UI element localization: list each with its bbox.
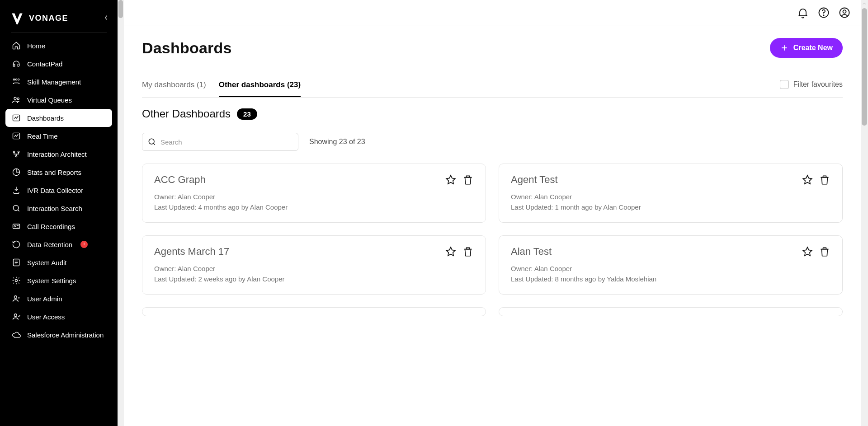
content: Dashboards Create New My dashboards (1) … bbox=[124, 25, 861, 426]
notifications-button[interactable] bbox=[797, 6, 809, 19]
profile-button[interactable] bbox=[838, 6, 851, 19]
dashboard-card[interactable]: Alan Test Owner: Alan Cooper Last Update… bbox=[499, 235, 843, 295]
tab-other-dashboards[interactable]: Other dashboards (23) bbox=[219, 76, 301, 97]
delete-button[interactable] bbox=[462, 174, 474, 186]
section-header: Other Dashboards 23 bbox=[142, 108, 843, 120]
sidebar-item-dashboards[interactable]: Dashboards bbox=[5, 109, 112, 127]
sidebar-item-label: Interaction Architect bbox=[27, 150, 87, 158]
scroll-up-icon[interactable] bbox=[862, 1, 867, 6]
dashboard-card-owner: Owner: Alan Cooper bbox=[511, 192, 830, 202]
dashboard-card[interactable]: ACC Graph Owner: Alan Cooper Last Update… bbox=[142, 164, 486, 223]
content-scrollbar[interactable] bbox=[861, 0, 868, 426]
sidebar-item-data-retention[interactable]: Data Retention ! bbox=[5, 235, 112, 253]
brand-name: VONAGE bbox=[29, 14, 68, 23]
brand-logo-icon bbox=[11, 12, 24, 24]
tab-my-dashboards[interactable]: My dashboards (1) bbox=[142, 76, 206, 97]
brand-row: VONAGE bbox=[5, 8, 112, 33]
star-icon bbox=[802, 246, 813, 257]
dashboard-card-title: Agents March 17 bbox=[154, 246, 229, 257]
star-icon bbox=[445, 174, 457, 186]
favourite-button[interactable] bbox=[802, 246, 813, 257]
dashboard-card-peek[interactable] bbox=[499, 307, 843, 316]
sidebar-item-stats-reports[interactable]: Stats and Reports bbox=[5, 163, 112, 181]
sidebar-item-label: Data Retention bbox=[27, 241, 72, 248]
dashboard-card-owner: Owner: Alan Cooper bbox=[154, 264, 474, 274]
sidebar-item-ivr-data-collector[interactable]: IVR Data Collector bbox=[5, 181, 112, 199]
sidebar-item-user-admin[interactable]: User Admin bbox=[5, 290, 112, 308]
filter-favourites-checkbox[interactable] bbox=[780, 80, 789, 89]
sidebar-item-label: Call Recordings bbox=[27, 223, 75, 230]
trash-icon bbox=[462, 246, 474, 257]
plus-icon bbox=[780, 43, 789, 52]
search-wrap bbox=[142, 133, 298, 151]
dashboard-card[interactable]: Agent Test Owner: Alan Cooper Last Updat… bbox=[499, 164, 843, 223]
collapse-sidebar-icon[interactable] bbox=[102, 14, 110, 22]
download-icon bbox=[12, 186, 21, 195]
dashboard-card-updated: Last Updated: 8 months ago by Yalda Mosl… bbox=[511, 274, 830, 285]
star-icon bbox=[802, 174, 813, 186]
favourite-button[interactable] bbox=[802, 174, 813, 186]
trash-icon bbox=[819, 174, 830, 186]
topbar bbox=[124, 0, 861, 25]
scroll-thumb[interactable] bbox=[862, 8, 867, 126]
cloud-icon bbox=[12, 330, 21, 339]
dashboard-card-title: ACC Graph bbox=[154, 174, 206, 186]
dashboard-card-title: Agent Test bbox=[511, 174, 558, 186]
headset-icon bbox=[12, 59, 21, 68]
sidebar-item-label: Skill Management bbox=[27, 78, 81, 86]
user-add-icon bbox=[12, 294, 21, 303]
sidebar-item-interaction-search[interactable]: Interaction Search bbox=[5, 199, 112, 217]
audit-icon bbox=[12, 258, 21, 267]
skill-icon bbox=[12, 77, 21, 86]
sidebar-item-label: Stats and Reports bbox=[27, 169, 81, 176]
sidebar-scrollbar[interactable] bbox=[118, 0, 124, 426]
sidebar-item-system-audit[interactable]: System Audit bbox=[5, 253, 112, 272]
sidebar-item-call-recordings[interactable]: Call Recordings bbox=[5, 217, 112, 235]
sidebar-divider bbox=[11, 33, 107, 33]
sidebar-item-label: Salesforce Administration bbox=[27, 331, 104, 339]
sidebar-item-label: ContactPad bbox=[27, 60, 62, 68]
favourite-button[interactable] bbox=[445, 174, 457, 186]
search-icon bbox=[147, 137, 156, 146]
chart-icon bbox=[12, 113, 21, 122]
dashboard-card-owner: Owner: Alan Cooper bbox=[154, 192, 474, 202]
favourite-button[interactable] bbox=[445, 246, 457, 257]
chart-icon bbox=[12, 131, 21, 140]
sidebar-item-label: User Admin bbox=[27, 295, 62, 303]
sidebar-item-salesforce-administration[interactable]: Salesforce Administration bbox=[5, 326, 112, 344]
star-icon bbox=[445, 246, 457, 257]
page-header: Dashboards Create New bbox=[142, 38, 843, 58]
dashboard-card-peek[interactable] bbox=[142, 307, 486, 316]
alert-badge: ! bbox=[80, 241, 88, 248]
users-icon bbox=[12, 95, 21, 104]
dashboard-card-updated: Last Updated: 4 months ago by Alan Coope… bbox=[154, 202, 474, 213]
delete-button[interactable] bbox=[462, 246, 474, 257]
delete-button[interactable] bbox=[819, 246, 830, 257]
sidebar-item-home[interactable]: Home bbox=[5, 37, 112, 55]
sidebar-item-contactpad[interactable]: ContactPad bbox=[5, 55, 112, 73]
sidebar-item-real-time[interactable]: Real Time bbox=[5, 127, 112, 145]
create-new-label: Create New bbox=[793, 44, 833, 52]
sidebar-item-interaction-architect[interactable]: Interaction Architect bbox=[5, 145, 112, 163]
sidebar-item-label: Home bbox=[27, 42, 45, 50]
sidebar-item-label: Real Time bbox=[27, 132, 58, 140]
search-input[interactable] bbox=[142, 133, 298, 151]
search-row: Showing 23 of 23 bbox=[142, 133, 843, 151]
sidebar-item-user-access[interactable]: User Access bbox=[5, 308, 112, 326]
delete-button[interactable] bbox=[819, 174, 830, 186]
sidebar-item-label: Dashboards bbox=[27, 114, 64, 122]
sidebar-item-skill-management[interactable]: Skill Management bbox=[5, 73, 112, 91]
section-title: Other Dashboards bbox=[142, 108, 231, 120]
sidebar-item-virtual-queues[interactable]: Virtual Queues bbox=[5, 91, 112, 109]
home-icon bbox=[12, 41, 21, 50]
showing-text: Showing 23 of 23 bbox=[309, 138, 365, 146]
sidebar-item-label: System Settings bbox=[27, 277, 76, 285]
filter-favourites-label: Filter favourites bbox=[793, 80, 843, 89]
sidebar-item-label: System Audit bbox=[27, 259, 67, 267]
sidebar-item-system-settings[interactable]: System Settings bbox=[5, 272, 112, 290]
gear-icon bbox=[12, 276, 21, 285]
create-new-button[interactable]: Create New bbox=[770, 38, 843, 58]
page-title: Dashboards bbox=[142, 39, 232, 57]
dashboard-card[interactable]: Agents March 17 Owner: Alan Cooper Last … bbox=[142, 235, 486, 295]
help-button[interactable] bbox=[817, 6, 830, 19]
